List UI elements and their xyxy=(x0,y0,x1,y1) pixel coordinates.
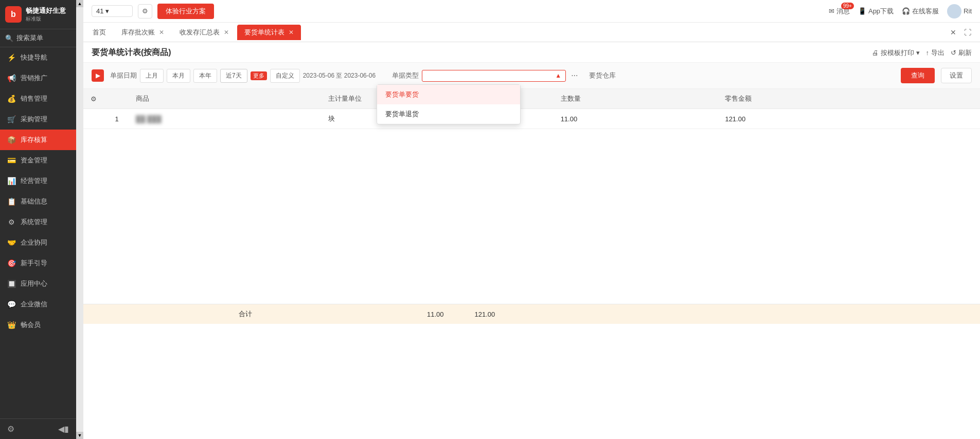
sidebar-item-sales[interactable]: 💰 销售管理 xyxy=(0,88,76,109)
date-custom-btn[interactable]: 自定义 xyxy=(270,69,300,83)
table-footer: 合计 11.00 121.00 xyxy=(83,304,980,324)
sidebar-logo: b 畅捷通好生意 标准版 xyxy=(0,0,76,29)
chevron-down-icon: ▾ xyxy=(105,7,109,15)
trial-btn[interactable]: 体验行业方案 xyxy=(157,4,214,19)
row-extra xyxy=(917,109,980,129)
export-btn[interactable]: ↑ 导出 xyxy=(926,48,945,58)
tab-request-stats[interactable]: 要货单统计表 ✕ xyxy=(237,25,301,40)
tab-expand-icon[interactable]: ⛶ xyxy=(961,26,974,39)
top-header: 41 ▾ ⚙ 体验行业方案 ✉ 消息 99+ 📱 App下载 🎧 在线客服 xyxy=(83,0,980,23)
refresh-icon: ↺ xyxy=(951,49,956,57)
date-this-year-btn[interactable]: 本年 xyxy=(193,69,217,83)
vip-icon: 👑 xyxy=(6,321,16,329)
col-extra-header xyxy=(917,89,980,109)
sidebar-item-system[interactable]: ⚙ 系统管理 xyxy=(0,212,76,232)
sidebar-nav: ⚡ 快捷导航 📢 营销推广 💰 销售管理 🛒 采购管理 📦 库存核算 💳 资金管… xyxy=(0,47,76,418)
date-more-badge[interactable]: 更多 xyxy=(251,71,267,80)
table-row: 1 ██ ███ 块 11.00 121.00 xyxy=(83,109,980,129)
tab-bar-end: ✕ ⛶ xyxy=(947,26,978,39)
page-header: 要货单统计表(按商品) 🖨 按模板打印 ▾ ↑ 导出 ↺ 刷新 xyxy=(83,42,980,63)
row-main-qty: 11.00 xyxy=(555,109,719,129)
settings-footer-icon[interactable]: ⚙ xyxy=(7,424,14,434)
query-btn[interactable]: 查询 xyxy=(901,68,935,83)
chevron-down-small-icon: ▾ xyxy=(916,49,920,57)
col-product-header: 商品 xyxy=(130,89,322,109)
table-empty-space xyxy=(83,129,980,304)
tab-bar: 首页 库存批次账 ✕ 收发存汇总表 ✕ 要货单统计表 ✕ ✕ ⛶ xyxy=(83,23,980,42)
sidebar-scrollbar[interactable]: ▲ ▼ xyxy=(76,0,83,439)
date-last-7-btn[interactable]: 近7天 xyxy=(220,69,247,83)
sidebar-item-vip[interactable]: 👑 畅会员 xyxy=(0,315,76,335)
date-filter-group: 单据日期 上月 本月 本年 近7天 更多 自定义 2023-05-06 至 20… xyxy=(110,69,376,83)
quick-nav-icon: ⚡ xyxy=(6,53,16,62)
filter-expand-btn[interactable]: ▶ xyxy=(92,69,104,82)
guide-icon: 🎯 xyxy=(6,259,16,267)
table-body: 1 ██ ███ 块 11.00 121.00 xyxy=(83,109,980,129)
sidebar-item-operations[interactable]: 📊 经营管理 xyxy=(0,171,76,191)
messages-btn[interactable]: ✉ 消息 99+ xyxy=(829,7,850,16)
header-left: 41 ▾ ⚙ 体验行业方案 xyxy=(92,4,214,19)
dropdown-item-return-order[interactable]: 要货单退货 xyxy=(377,104,520,124)
bill-type-chevron-icon[interactable]: ▲ xyxy=(555,72,561,79)
tab-home[interactable]: 首页 xyxy=(85,25,113,40)
tab-selector[interactable]: 41 ▾ xyxy=(92,5,133,17)
print-icon: 🖨 xyxy=(872,49,879,57)
filter-row: ▶ 单据日期 上月 本月 本年 近7天 更多 自定义 2023-05-06 至 … xyxy=(83,63,980,89)
app-center-icon: 🔲 xyxy=(6,280,16,288)
row-seq: 1 xyxy=(104,109,130,129)
sidebar-item-finance[interactable]: 💳 资金管理 xyxy=(0,150,76,171)
sidebar-item-guide[interactable]: 🎯 新手引导 xyxy=(0,253,76,273)
sidebar-item-wechat[interactable]: 💬 企业微信 xyxy=(0,294,76,315)
inventory-icon: 📦 xyxy=(6,136,16,144)
page-content: 要货单统计表(按商品) 🖨 按模板打印 ▾ ↑ 导出 ↺ 刷新 xyxy=(83,42,980,439)
page-actions: 🖨 按模板打印 ▾ ↑ 导出 ↺ 刷新 xyxy=(872,48,972,58)
expand-icon: ▶ xyxy=(96,72,100,79)
user-avatar-area[interactable]: Rit xyxy=(947,4,972,19)
bill-type-input[interactable] xyxy=(426,72,555,80)
sidebar-item-quick-nav[interactable]: ⚡ 快捷导航 xyxy=(0,47,76,68)
marketing-icon: 📢 xyxy=(6,74,16,82)
bill-type-more-btn[interactable]: ··· xyxy=(571,71,578,80)
scroll-down-btn[interactable]: ▼ xyxy=(76,432,83,439)
tab-batch-account[interactable]: 库存批次账 ✕ xyxy=(114,25,171,40)
row-retail-amt: 121.00 xyxy=(719,109,917,129)
bill-type-input-box[interactable]: ▲ xyxy=(422,70,566,82)
sidebar-item-purchase[interactable]: 🛒 采购管理 xyxy=(0,109,76,130)
date-last-month-btn[interactable]: 上月 xyxy=(140,69,164,83)
tab-close-batch[interactable]: ✕ xyxy=(159,29,164,36)
tab-close-receivable[interactable]: ✕ xyxy=(224,29,229,36)
bill-type-dropdown: 要货单要货 要货单退货 xyxy=(377,84,521,124)
sidebar-item-marketing[interactable]: 📢 营销推广 xyxy=(0,68,76,88)
online-service-btn[interactable]: 🎧 在线客服 xyxy=(902,7,939,16)
sidebar-item-app-center[interactable]: 🔲 应用中心 xyxy=(0,273,76,294)
main-area: 41 ▾ ⚙ 体验行业方案 ✉ 消息 99+ 📱 App下载 🎧 在线客服 xyxy=(83,0,980,439)
sidebar: b 畅捷通好生意 标准版 🔍 搜索菜单 ⚡ 快捷导航 📢 营销推广 💰 销售管理… xyxy=(0,0,76,439)
settings-btn[interactable]: 设置 xyxy=(941,68,972,83)
header-right: ✉ 消息 99+ 📱 App下载 🎧 在线客服 Rit xyxy=(829,4,972,19)
table-head: ⚙ 商品 主计量单位 主数量 零售金额 xyxy=(83,89,980,109)
print-template-btn[interactable]: 🖨 按模板打印 ▾ xyxy=(872,48,920,58)
gear-btn[interactable]: ⚙ xyxy=(138,4,152,19)
sidebar-item-enterprise[interactable]: 🤝 企业协同 xyxy=(0,232,76,253)
col-settings-header[interactable]: ⚙ xyxy=(83,89,104,109)
sidebar-footer: ⚙ ◀▮ xyxy=(0,418,76,439)
sidebar-item-inventory[interactable]: 📦 库存核算 xyxy=(0,130,76,150)
export-icon: ↑ xyxy=(926,49,930,57)
sidebar-search[interactable]: 🔍 搜索菜单 xyxy=(0,29,76,47)
tab-close-request[interactable]: ✕ xyxy=(289,29,294,36)
user-avatar xyxy=(947,4,961,19)
collapse-icon[interactable]: ◀▮ xyxy=(58,424,69,434)
sales-icon: 💰 xyxy=(6,95,16,103)
phone-icon: 📱 xyxy=(858,7,866,15)
app-download-btn[interactable]: 📱 App下载 xyxy=(858,7,894,16)
tab-close-all-icon[interactable]: ✕ xyxy=(947,26,959,39)
col-main-qty-header: 主数量 xyxy=(555,89,719,109)
refresh-btn[interactable]: ↺ 刷新 xyxy=(951,48,972,58)
date-this-month-btn[interactable]: 本月 xyxy=(167,69,190,83)
sidebar-item-basic-info[interactable]: 📋 基础信息 xyxy=(0,191,76,212)
scroll-up-btn[interactable]: ▲ xyxy=(76,0,83,7)
tab-receivable-summary[interactable]: 收发存汇总表 ✕ xyxy=(172,25,236,40)
headset-icon: 🎧 xyxy=(902,7,910,15)
dropdown-item-request-order[interactable]: 要货单要货 xyxy=(377,85,520,104)
table-header-row: ⚙ 商品 主计量单位 主数量 零售金额 xyxy=(83,89,980,109)
